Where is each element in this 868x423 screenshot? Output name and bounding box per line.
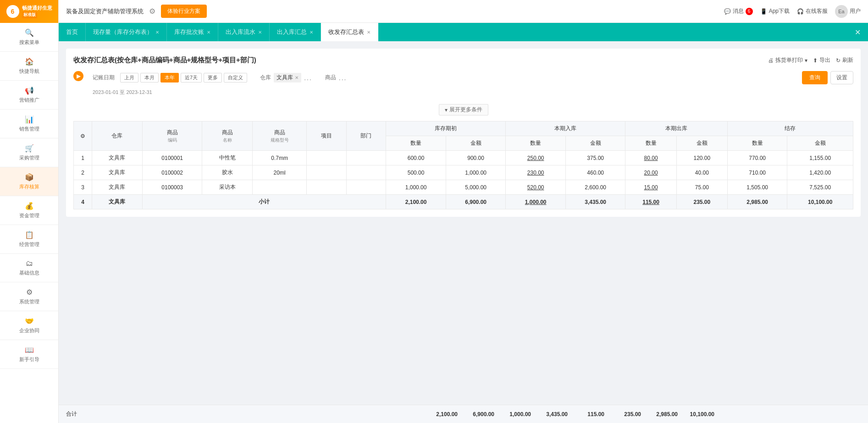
sidebar-item-business[interactable]: 📋经营管理 xyxy=(0,225,58,254)
logo-text: 畅捷通好生意 标准版 xyxy=(22,5,52,18)
date-btn-last-month[interactable]: 上月 xyxy=(120,73,138,82)
in-qty-header: 数量 xyxy=(506,136,566,151)
sidebar-logo: 6 畅捷通好生意 标准版 xyxy=(0,0,58,23)
date-btn-this-year[interactable]: 本年 xyxy=(160,73,179,82)
sidebar-item-enterprise[interactable]: 🤝企业协同 xyxy=(0,311,58,340)
row-out-amt: 40.00 xyxy=(676,165,727,180)
tab-label-inventory-dist: 现存量（库存分布表） xyxy=(93,28,153,36)
tab-label-batch-ledger: 库存批次账 xyxy=(174,28,204,36)
tab-close-batch-ledger[interactable]: ✕ xyxy=(207,30,210,35)
row-opening-amt: 900.00 xyxy=(446,151,506,165)
footer-total-bar: 合计 2,100.00 6,900.00 1,000.00 3,435.00 1… xyxy=(59,405,868,423)
message-button[interactable]: 💬 消息 6 xyxy=(724,7,753,15)
tab-receive-send-summary[interactable]: 收发存汇总表✕ xyxy=(321,23,378,41)
query-button[interactable]: 查询 xyxy=(802,71,828,84)
subtotal-out-amt: 235.00 xyxy=(676,195,727,209)
expand-conditions-button[interactable]: ▾ 展开更多条件 xyxy=(439,104,488,115)
tab-close-in-out-flow[interactable]: ✕ xyxy=(258,30,262,35)
tab-inventory-dist[interactable]: 现存量（库存分布表）✕ xyxy=(86,23,167,41)
subtotal-in-qty[interactable]: 1,000.00 xyxy=(506,195,566,209)
data-table: ⚙ 仓库 商品编码 商品名称 商品规格型号 项目 部门 库存期初 本期入库 本期… xyxy=(73,121,853,209)
sidebar-item-quick-nav[interactable]: 🏠快捷导航 xyxy=(0,52,58,81)
row-no: 3 xyxy=(74,180,92,195)
tab-home[interactable]: 首页 xyxy=(59,23,86,41)
tabbar-close-button[interactable]: ✕ xyxy=(847,28,868,37)
sidebar-item-sales[interactable]: 📊销售管理 xyxy=(0,110,58,138)
headset-icon: 🎧 xyxy=(797,8,804,15)
content-area: 收发存汇总表(按仓库+商品编码+商品+规格型号+项目+部门) 🖨 拣货单打印 ▾… xyxy=(59,41,868,423)
subtotal-out-qty[interactable]: 115.00 xyxy=(625,195,676,209)
app-download-button[interactable]: 📱 App下载 xyxy=(760,7,790,15)
trial-button[interactable]: 体验行业方案 xyxy=(161,5,207,18)
sidebar-item-system[interactable]: ⚙系统管理 xyxy=(0,282,58,311)
row-goods-code: 0100003 xyxy=(142,180,202,195)
sidebar-item-label: 销售管理 xyxy=(19,126,39,132)
out-group-header: 本期出库 xyxy=(625,121,727,136)
warehouse-more-button[interactable]: ... xyxy=(304,74,312,82)
sidebar-item-finance[interactable]: 💰资金管理 xyxy=(0,196,58,225)
topbar-left: 装备及固定资产辅助管理系统 ⚙ 体验行业方案 xyxy=(66,5,207,18)
row-closing-qty: 1,505.00 xyxy=(727,180,787,195)
sidebar-item-label: 采购管理 xyxy=(19,154,39,161)
row-opening-amt: 5,000.00 xyxy=(446,180,506,195)
date-btn-this-month[interactable]: 本月 xyxy=(140,73,159,82)
row-in-amt: 375.00 xyxy=(565,151,625,165)
row-in-qty[interactable]: 250.00 xyxy=(506,151,566,165)
row-out-qty[interactable]: 20.00 xyxy=(625,165,676,180)
date-btn-custom[interactable]: 自定义 xyxy=(224,73,247,82)
print-button[interactable]: 🖨 拣货单打印 ▾ xyxy=(768,56,807,64)
user-menu[interactable]: Ea 用户 xyxy=(835,5,861,18)
sidebar-item-inventory[interactable]: 📦库存核算 xyxy=(0,167,58,196)
tab-batch-ledger[interactable]: 库存批次账✕ xyxy=(167,23,218,41)
gear-icon: ⚙ xyxy=(80,133,85,139)
total-in-qty: 1,000.00 xyxy=(499,411,536,418)
sidebar-item-guide[interactable]: 📖新手引导 xyxy=(0,340,58,369)
sidebar-item-search[interactable]: 🔍搜索菜单 xyxy=(0,23,58,52)
sidebar-item-marketing[interactable]: 📢营销推广 xyxy=(0,81,58,110)
goods-code-col-header: 商品编码 xyxy=(142,121,202,151)
message-icon: 💬 xyxy=(724,8,731,15)
subtotal-opening-amt: 6,900.00 xyxy=(446,195,506,209)
row-in-qty[interactable]: 520.00 xyxy=(506,180,566,195)
opening-qty-header: 数量 xyxy=(386,136,446,151)
sidebar-item-label: 库存核算 xyxy=(19,183,39,190)
set-button[interactable]: 设置 xyxy=(830,71,853,84)
tab-close-receive-send-summary[interactable]: ✕ xyxy=(367,30,370,35)
tab-close-inventory-dist[interactable]: ✕ xyxy=(155,30,159,35)
gear-col-header[interactable]: ⚙ xyxy=(74,121,92,151)
warehouse-tag-close[interactable]: ✕ xyxy=(295,75,299,80)
sidebar-item-purchase[interactable]: 🛒采购管理 xyxy=(0,138,58,167)
out-amt-header: 金额 xyxy=(676,136,727,151)
row-out-amt: 120.00 xyxy=(676,151,727,165)
row-opening-amt: 1,000.00 xyxy=(446,165,506,180)
sidebar-item-label: 营销推广 xyxy=(19,97,39,104)
row-out-qty[interactable]: 80.00 xyxy=(625,151,676,165)
date-btn-more[interactable]: 更多 xyxy=(204,73,222,82)
online-service-button[interactable]: 🎧 在线客服 xyxy=(797,7,828,15)
sidebar-item-basic-info[interactable]: 🗂基础信息 xyxy=(0,254,58,282)
config-button[interactable]: ⚙ xyxy=(149,7,155,16)
date-btn-7days[interactable]: 近7天 xyxy=(181,73,202,82)
row-in-amt: 460.00 xyxy=(565,165,625,180)
row-goods-code: 0100001 xyxy=(142,151,202,165)
warehouse-tag[interactable]: 文具库 ✕ xyxy=(274,73,301,82)
tab-label-in-out-flow: 出入库流水 xyxy=(226,28,255,36)
goods-more-button[interactable]: ... xyxy=(339,74,347,82)
row-closing-amt: 1,420.00 xyxy=(787,165,853,180)
tab-close-in-out-summary[interactable]: ✕ xyxy=(310,30,313,35)
opening-group-header: 库存期初 xyxy=(386,121,506,136)
refresh-button[interactable]: ↻ 刷新 xyxy=(836,56,853,64)
export-icon: ⬆ xyxy=(813,57,818,64)
table-row: 3 文具库 0100003 采访本 1,000.00 5,000.00 520.… xyxy=(74,180,853,195)
print-icon: 🖨 xyxy=(768,57,774,64)
export-button[interactable]: ⬆ 导出 xyxy=(813,56,830,64)
tab-in-out-summary[interactable]: 出入库汇总✕ xyxy=(270,23,321,41)
row-out-qty[interactable]: 15.00 xyxy=(625,180,676,195)
table-row: 2 文具库 0100002 胶水 20ml 500.00 1,000.00 23… xyxy=(74,165,853,180)
tab-label-receive-send-summary: 收发存汇总表 xyxy=(328,28,364,36)
row-opening-qty: 600.00 xyxy=(386,151,446,165)
tab-in-out-flow[interactable]: 出入库流水✕ xyxy=(218,23,270,41)
date-label: 记账日期 xyxy=(93,74,115,82)
filter-toggle-button[interactable]: ▶ xyxy=(73,71,83,81)
row-in-qty[interactable]: 230.00 xyxy=(506,165,566,180)
